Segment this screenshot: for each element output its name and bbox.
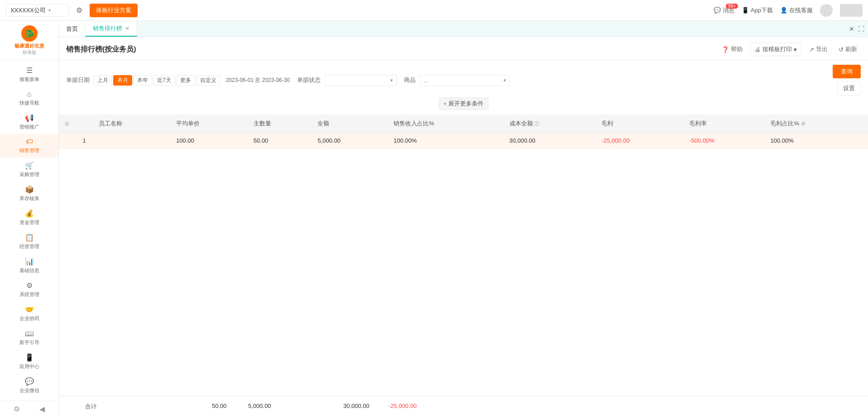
avatar[interactable] <box>820 4 833 17</box>
top-bar: XXXXXX公司 ▾ ⚙ 体验行业方案 💬 消息 99+ 📱 App下载 👤 在… <box>0 0 868 21</box>
sidebar-item-5[interactable]: 📦库存核算 <box>0 182 58 206</box>
table-body: 1 100.00 50.00 5,000.00 100.00% 30,000.0… <box>59 133 868 149</box>
tab-bar-actions: ✕ ⛶ <box>849 25 868 33</box>
sidebar-item-2[interactable]: 📢营销推广 <box>0 110 58 134</box>
tab-label-1: 销售排行榜 <box>93 24 122 33</box>
expand-button[interactable]: ▾ 展开更多条件 <box>439 97 489 110</box>
tab-0[interactable]: 首页 <box>59 21 86 37</box>
sidebar-bottom: ⚙ ◀ <box>0 401 58 417</box>
date-btn-更多[interactable]: 更多 <box>176 75 195 86</box>
table-head: ⚙ 员工名称 平均单价 主数量 全额 销售收入占比% 成本全额 ⓘ 毛利 <box>59 115 868 133</box>
sidebar-item-3[interactable]: 🏷销售管理 <box>0 134 58 158</box>
footer-gross-rate <box>428 400 465 413</box>
nav-label-11: 新手引导 <box>19 339 39 346</box>
row-cost-0: 30,000.00 <box>504 133 596 149</box>
company-selector[interactable]: XXXXXX公司 ▾ <box>5 4 69 17</box>
top-bar-right: 💬 消息 99+ 📱 App下载 👤 在线客服 <box>714 4 863 17</box>
nav-icon-1: ⌂ <box>27 90 32 98</box>
goods-select-wrap: ··· <box>419 75 510 86</box>
sidebar-logo: 🐉 畅康通好生意 标准版 <box>0 21 58 61</box>
date-btn-本年[interactable]: 本年 <box>133 75 152 86</box>
online-service-label: 在线客服 <box>789 6 813 14</box>
footer-gross-pct <box>465 400 501 413</box>
status-select[interactable] <box>324 75 397 86</box>
col-employee-name: 员工名称 <box>93 115 171 133</box>
tab-fullscreen-icon[interactable]: ⛶ <box>858 25 864 33</box>
nav-icon-6: 💰 <box>25 209 34 218</box>
online-service-button[interactable]: 👤 在线客服 <box>780 6 813 14</box>
sidebar-item-1[interactable]: ⌂快捷导航 <box>0 86 58 110</box>
nav-label-10: 企业协同 <box>19 315 39 322</box>
message-button[interactable]: 💬 消息 99+ <box>714 6 734 14</box>
row-gross-rate-0: -500.00% <box>684 133 765 149</box>
nav-label-2: 营销推广 <box>19 124 39 130</box>
nav-icon-4: 🛒 <box>25 161 34 170</box>
nav-label-13: 企业微信 <box>19 387 39 394</box>
footer-gross: -25,000.00 <box>383 400 428 413</box>
footer-spacer <box>66 400 80 413</box>
logo-text: 畅康通好生意 <box>14 43 44 49</box>
tab-close-1[interactable]: ✕ <box>125 25 129 32</box>
content-header: 销售排行榜(按业务员) ❓ 帮助 🖨 按模板打印 ▾ ↗ 导出 <box>59 37 868 60</box>
col-avg-price: 平均单价 <box>171 115 248 133</box>
sidebar-item-11[interactable]: 📖新手引导 <box>0 326 58 350</box>
gross-pct-info-icon: ⚙ <box>801 121 806 126</box>
sidebar-item-4[interactable]: 🛒采购管理 <box>0 158 58 182</box>
row-sales-pct-0: 100.00% <box>388 133 504 149</box>
company-name: XXXXXX公司 <box>10 6 46 14</box>
sidebar-item-6[interactable]: 💰资金管理 <box>0 206 58 230</box>
footer-label: 合计 <box>80 400 170 413</box>
row-amount-0: 5,000.00 <box>312 133 388 149</box>
date-filter: 单据日期 上月本月本年近7天更多自定义 2023-06-01 至 2023-06… <box>66 75 290 86</box>
export-button[interactable]: ↗ 导出 <box>806 43 831 55</box>
trial-button[interactable]: 体验行业方案 <box>90 4 138 17</box>
sidebar-item-9[interactable]: ⚙系统管理 <box>0 278 58 302</box>
date-btn-近7天[interactable]: 近7天 <box>153 75 175 86</box>
footer-sales-pct <box>288 400 338 413</box>
user-name-area <box>840 4 863 17</box>
footer-total-label: 合计 <box>85 403 97 410</box>
sidebar-item-14[interactable]: V畅会员 <box>0 398 58 401</box>
app-download-button[interactable]: 📱 App下载 <box>742 6 773 14</box>
app-download-label: App下载 <box>751 6 773 14</box>
sidebar-settings-icon[interactable]: ⚙ <box>14 405 20 413</box>
nav-icon-5: 📦 <box>25 185 34 194</box>
col-settings: ⚙ <box>59 115 75 133</box>
page-title: 销售排行榜(按业务员) <box>66 45 136 54</box>
tab-1[interactable]: 销售排行榜✕ <box>86 21 137 37</box>
print-icon: 🖨 <box>755 46 761 53</box>
tab-close-all-icon[interactable]: ✕ <box>849 25 854 33</box>
sidebar-item-8[interactable]: 📊基础信息 <box>0 254 58 278</box>
date-btn-本月[interactable]: 本月 <box>113 75 132 86</box>
column-settings-icon[interactable]: ⚙ <box>64 120 70 127</box>
date-btn-自定义[interactable]: 自定义 <box>196 75 221 86</box>
settings-icon[interactable]: ⚙ <box>72 4 86 17</box>
footer-qty: 50.00 <box>206 400 243 413</box>
sidebar-item-10[interactable]: 🤝企业协同 <box>0 302 58 326</box>
row-settings-cell <box>59 133 75 149</box>
query-button[interactable]: 查询 <box>833 65 861 78</box>
print-button[interactable]: 🖨 按模板打印 ▾ <box>750 43 802 56</box>
refresh-button[interactable]: ↺ 刷新 <box>835 43 861 55</box>
filter-row-1: 单据日期 上月本月本年近7天更多自定义 2023-06-01 至 2023-06… <box>66 65 861 96</box>
date-btn-上月[interactable]: 上月 <box>93 75 112 86</box>
data-table: ⚙ 员工名称 平均单价 主数量 全额 销售收入占比% 成本全额 ⓘ 毛利 <box>59 115 868 149</box>
sidebar-item-0[interactable]: ☰搜索菜单 <box>0 62 58 86</box>
nav-label-12: 应用中心 <box>19 363 39 370</box>
sidebar-item-7[interactable]: 📋经营管理 <box>0 230 58 254</box>
sidebar-collapse-icon[interactable]: ◀ <box>39 405 45 413</box>
nav-icon-11: 📖 <box>25 329 34 338</box>
row-rank-0: 1 <box>75 133 93 149</box>
goods-input[interactable] <box>419 75 510 86</box>
expand-icon: ▾ <box>444 101 446 107</box>
sidebar-item-12[interactable]: 📱应用中心 <box>0 350 58 374</box>
col-gross-pct: 毛利占比% ⚙ <box>765 115 868 133</box>
status-select-wrap <box>324 75 397 86</box>
row-gross-pct-0: 100.00% <box>765 133 868 149</box>
app-container: XXXXXX公司 ▾ ⚙ 体验行业方案 💬 消息 99+ 📱 App下载 👤 在… <box>0 0 868 417</box>
sidebar-item-13[interactable]: 💬企业微信 <box>0 374 58 398</box>
row-qty-0: 50.00 <box>248 133 312 149</box>
table-settings-button[interactable]: 设置 <box>837 81 861 96</box>
chevron-down-icon: ▾ <box>48 8 51 13</box>
help-button[interactable]: ❓ 帮助 <box>718 43 746 55</box>
